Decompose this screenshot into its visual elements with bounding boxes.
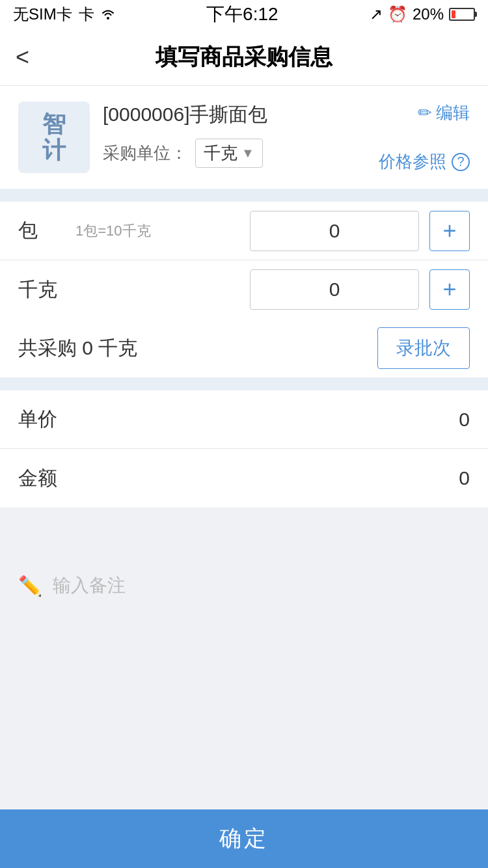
bag-quantity-row: 包 1包=10千克 0 + xyxy=(0,202,488,260)
alarm-icon: ⏰ xyxy=(388,5,407,23)
product-name: [0000006]手撕面包 xyxy=(103,102,470,128)
back-button[interactable]: < xyxy=(16,44,29,71)
edit-button[interactable]: ✏ 编辑 xyxy=(418,102,470,124)
amount-row: 金额 0 xyxy=(0,449,488,508)
page-title: 填写商品采购信息 xyxy=(156,42,332,72)
quantity-form-section: 包 1包=10千克 0 + 千克 0 + xyxy=(0,202,488,319)
unit-price-label: 单价 xyxy=(18,406,57,433)
amount-value: 0 xyxy=(459,467,470,489)
bag-label: 包 xyxy=(18,217,70,244)
price-ref-label: 价格参照 xyxy=(379,150,446,173)
dropdown-arrow-icon: ▼ xyxy=(241,146,254,161)
location-icon: ↗ xyxy=(370,5,383,23)
unit-price-row: 单价 0 xyxy=(0,390,488,449)
nav-bar: < 填写商品采购信息 xyxy=(0,29,488,86)
notes-placeholder: 输入备注 xyxy=(53,573,126,598)
wifi-icon xyxy=(101,9,115,20)
confirm-button[interactable]: 确定 xyxy=(0,809,488,868)
status-right: ↗ ⏰ 20% xyxy=(370,5,475,23)
section-divider-2 xyxy=(0,377,488,390)
price-section: 单价 0 金额 0 xyxy=(0,390,488,508)
kg-plus-button[interactable]: + xyxy=(429,269,470,310)
bag-sub-label: 1包=10千克 xyxy=(75,221,151,241)
price-reference-button[interactable]: 价格参照 ? xyxy=(379,150,470,173)
section-divider-1 xyxy=(0,189,488,202)
battery-indicator xyxy=(449,8,475,21)
bag-quantity-input[interactable]: 0 xyxy=(250,211,419,251)
status-bar: 无SIM卡 卡 下午6:12 ↗ ⏰ 20% xyxy=(0,0,488,29)
bag-input-wrap: 0 + xyxy=(151,211,470,251)
carrier-text: 无SIM卡 xyxy=(13,4,72,25)
unit-select[interactable]: 千克 ▼ xyxy=(195,139,263,168)
footer-spacer xyxy=(0,651,488,709)
product-thumbnail: 智 计 xyxy=(18,102,90,173)
help-icon: ? xyxy=(452,153,470,171)
bag-plus-button[interactable]: + xyxy=(429,211,470,251)
unit-label: 采购单位： xyxy=(103,142,187,165)
summary-text: 共采购 0 千克 xyxy=(18,335,137,362)
kg-quantity-input[interactable]: 0 xyxy=(250,269,419,310)
pencil-icon: ✏️ xyxy=(18,575,42,597)
battery-percent: 20% xyxy=(413,5,444,23)
product-logo: 智 计 xyxy=(42,111,66,163)
kg-label: 千克 xyxy=(18,277,70,303)
sim-card-text: 卡 xyxy=(79,4,94,25)
notes-section[interactable]: ✏️ 输入备注 xyxy=(0,521,488,651)
kg-input-wrap: 0 + xyxy=(70,269,470,310)
status-left: 无SIM卡 卡 xyxy=(13,4,115,25)
kg-quantity-row: 千克 0 + xyxy=(0,260,488,319)
product-card: 智 计 [0000006]手撕面包 采购单位： 千克 ▼ ✏ 编辑 价格参照 ? xyxy=(0,86,488,189)
unit-value: 千克 xyxy=(204,142,237,165)
unit-price-value: 0 xyxy=(459,409,470,431)
status-time: 下午6:12 xyxy=(206,2,278,27)
summary-row: 共采购 0 千克 录批次 xyxy=(0,319,488,377)
edit-icon: ✏ xyxy=(418,103,432,123)
batch-record-button[interactable]: 录批次 xyxy=(377,327,470,369)
amount-label: 金额 xyxy=(18,465,57,492)
